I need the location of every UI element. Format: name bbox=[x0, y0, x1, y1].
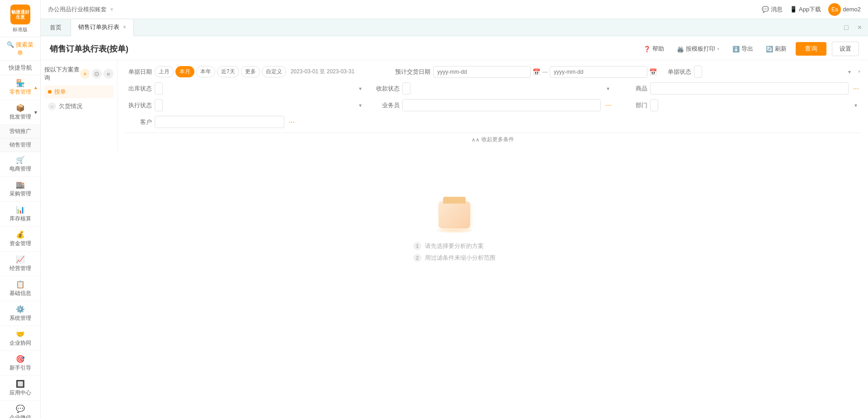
customer-input[interactable] bbox=[155, 116, 284, 128]
sidebar-item-retail-label: 零售管理 bbox=[9, 88, 31, 96]
operations-icon: 📈 bbox=[16, 255, 25, 264]
sidebar-item-wholesale[interactable]: 📦 批发管理 ▼ bbox=[0, 100, 40, 125]
date-from-calendar-icon[interactable]: 📅 bbox=[533, 68, 540, 76]
out-status-select[interactable] bbox=[155, 82, 163, 95]
sidebar-item-app-center[interactable]: 🔲 应用中心 bbox=[0, 376, 40, 401]
customer-more-btn[interactable]: ··· bbox=[287, 118, 297, 126]
tab-sales-order[interactable]: 销售订单执行表 × bbox=[71, 19, 134, 36]
export-btn[interactable]: ⬇️ 导出 bbox=[729, 43, 757, 55]
date-to-input[interactable] bbox=[550, 66, 647, 78]
tip-text-2: 用过滤条件来缩小分析范围 bbox=[425, 254, 495, 262]
sidebar-item-operations[interactable]: 📈 经营管理 bbox=[0, 252, 40, 276]
filter-collapse-btn[interactable]: ∧∧ 收起更多条件 bbox=[125, 133, 861, 146]
sidebar-search[interactable]: 🔍 搜索菜单 bbox=[0, 37, 40, 61]
date-from-input[interactable] bbox=[433, 66, 531, 78]
filter-plan-sub-item-backorder[interactable]: ○ 欠货情况 bbox=[44, 100, 113, 113]
template-print-arrow: ▾ bbox=[717, 46, 720, 52]
system-icon: ⚙️ bbox=[16, 305, 25, 314]
exec-status-select[interactable] bbox=[155, 99, 163, 111]
date-range-text: 2023-03-01 至 2023-03-31 bbox=[291, 68, 354, 76]
app-logo-icon[interactable]: 畅捷通好生意 bbox=[10, 5, 30, 24]
salesperson-more-btn[interactable]: ··· bbox=[604, 101, 613, 109]
refresh-btn[interactable]: 🔄 刷新 bbox=[762, 43, 790, 55]
date-label: 单据日期 bbox=[125, 68, 152, 76]
tab-close-btn[interactable]: × bbox=[123, 24, 126, 30]
avatar: Ea bbox=[828, 3, 841, 16]
filter-row-1: 单据日期 上月 本月 本年 近7天 更多 自定义 2023-03-01 至 20… bbox=[125, 66, 861, 78]
sidebar-item-system-label: 系统管理 bbox=[9, 314, 31, 322]
sidebar-item-inventory[interactable]: 📊 库存核算 bbox=[0, 202, 40, 227]
sidebar-item-sales[interactable]: 销售管理 bbox=[0, 138, 40, 152]
sidebar-item-newbie[interactable]: 🎯 新手引导 bbox=[0, 351, 40, 376]
filter-add-btn[interactable]: + bbox=[80, 69, 90, 79]
message-btn[interactable]: 💬 消息 bbox=[762, 5, 783, 14]
sidebar-item-system[interactable]: ⚙️ 系统管理 bbox=[0, 301, 40, 326]
filter-dept-wrapper bbox=[650, 99, 861, 111]
enterprise-wechat-icon: 💬 bbox=[16, 404, 25, 413]
filter-group-date: 单据日期 上月 本月 本年 近7天 更多 自定义 2023-03-01 至 20… bbox=[125, 66, 387, 77]
filter-sidebar-header-actions: + ⊙ « bbox=[80, 69, 113, 79]
filter-sidebar: 按以下方案查询 + ⊙ « 按单 ○ 欠货情况 bbox=[41, 60, 118, 152]
sidebar-item-basics[interactable]: 📋 基础信息 bbox=[0, 276, 40, 301]
filter-status-wrapper bbox=[694, 66, 854, 78]
sidebar-item-enterprise[interactable]: 🤝 企业协同 bbox=[0, 326, 40, 351]
filter-group-out-status: 出库状态 bbox=[125, 82, 365, 95]
filter-tag-this-month[interactable]: 本月 bbox=[175, 66, 194, 77]
help-btn[interactable]: ❓ 帮助 bbox=[640, 43, 668, 55]
filter-tag-more[interactable]: 更多 bbox=[241, 66, 260, 77]
filter-exec-status-wrapper bbox=[155, 99, 365, 111]
sidebar-item-newbie-label: 新手引导 bbox=[9, 364, 31, 372]
status-select[interactable] bbox=[694, 66, 702, 78]
query-btn[interactable]: 查询 bbox=[796, 42, 826, 56]
user-profile-btn[interactable]: Ea demo2 bbox=[828, 3, 861, 16]
sidebar-item-ecommerce[interactable]: 🛒 电商管理 bbox=[0, 152, 40, 177]
tab-home[interactable]: 首页 bbox=[41, 19, 71, 36]
tab-expand-btn[interactable]: □ bbox=[841, 23, 851, 33]
sidebar-item-enterprise-wechat[interactable]: 💬 企业微信 bbox=[0, 401, 40, 418]
filter-out-status-wrapper bbox=[155, 82, 365, 95]
goods-more-btn[interactable]: ··· bbox=[851, 85, 861, 93]
sidebar-item-retail[interactable]: 🏪 零售管理 ▲ bbox=[0, 75, 40, 100]
payment-status-select[interactable] bbox=[402, 82, 410, 95]
filter-collapse-sidebar-btn[interactable]: « bbox=[104, 69, 113, 79]
sidebar-item-finance[interactable]: 💰 资金管理 bbox=[0, 227, 40, 252]
filter-sub-dot: ○ bbox=[48, 102, 56, 110]
breadcrumb-arrow[interactable]: ▾ bbox=[110, 6, 113, 13]
predicted-date-label: 预计交货日期 bbox=[394, 68, 430, 76]
sidebar-quick-nav[interactable]: 快捷导航 bbox=[0, 61, 40, 75]
filter-group-payment-status: 收款状态 bbox=[373, 82, 613, 95]
sidebar: 畅捷通好生意 标准版 🔍 搜索菜单 快捷导航 🏪 零售管理 ▲ 📦 批发管理 ▼… bbox=[0, 0, 41, 418]
settings-btn[interactable]: 设置 bbox=[832, 42, 859, 56]
page-title: 销售订单执行表(按单) bbox=[50, 43, 128, 54]
sidebar-item-marketing[interactable]: 营销推广 bbox=[0, 125, 40, 138]
app-download-btn[interactable]: 📱 App下载 bbox=[790, 5, 821, 14]
filter-sub-label: 欠货情况 bbox=[59, 102, 82, 110]
retail-icon: 🏪 bbox=[16, 79, 25, 87]
filter-tag-custom[interactable]: 自定义 bbox=[262, 66, 286, 77]
filter-tag-7days[interactable]: 近7天 bbox=[217, 66, 239, 77]
filter-date-range-group: 📅 — 📅 bbox=[433, 66, 656, 78]
help-label: 帮助 bbox=[652, 45, 664, 53]
filter-tag-this-year[interactable]: 本年 bbox=[196, 66, 215, 77]
filter-settings-btn[interactable]: ⊙ bbox=[92, 69, 102, 79]
sidebar-item-purchase[interactable]: 🏬 采购管理 bbox=[0, 177, 40, 202]
filter-row-3: 执行状态 业务员 ··· bbox=[125, 99, 861, 111]
dept-select[interactable] bbox=[650, 99, 658, 111]
tab-sales-order-label: 销售订单执行表 bbox=[78, 23, 119, 31]
app-logo-text: 标准版 bbox=[13, 26, 28, 33]
template-print-label: 按模板打印 bbox=[686, 45, 715, 53]
filter-plan-item-byorder[interactable]: 按单 bbox=[44, 86, 113, 98]
tip-num-2: 2 bbox=[413, 254, 421, 262]
tab-close-all-btn[interactable]: × bbox=[855, 23, 864, 33]
newbie-icon: 🎯 bbox=[16, 355, 25, 363]
message-label: 消息 bbox=[771, 5, 783, 14]
export-label: 导出 bbox=[741, 45, 753, 53]
filter-tag-last-month[interactable]: 上月 bbox=[155, 66, 174, 77]
tab-actions: □ × bbox=[841, 23, 868, 33]
header-right-area: 💬 消息 📱 App下载 Ea demo2 bbox=[762, 3, 861, 16]
date-to-calendar-icon[interactable]: 📅 bbox=[649, 68, 657, 76]
salesperson-input[interactable] bbox=[402, 99, 601, 111]
goods-input[interactable] bbox=[650, 82, 849, 95]
sidebar-item-enterprise-wechat-label: 企业微信 bbox=[9, 414, 31, 418]
template-print-btn[interactable]: 🖨️ 按模板打印 ▾ bbox=[673, 43, 723, 55]
